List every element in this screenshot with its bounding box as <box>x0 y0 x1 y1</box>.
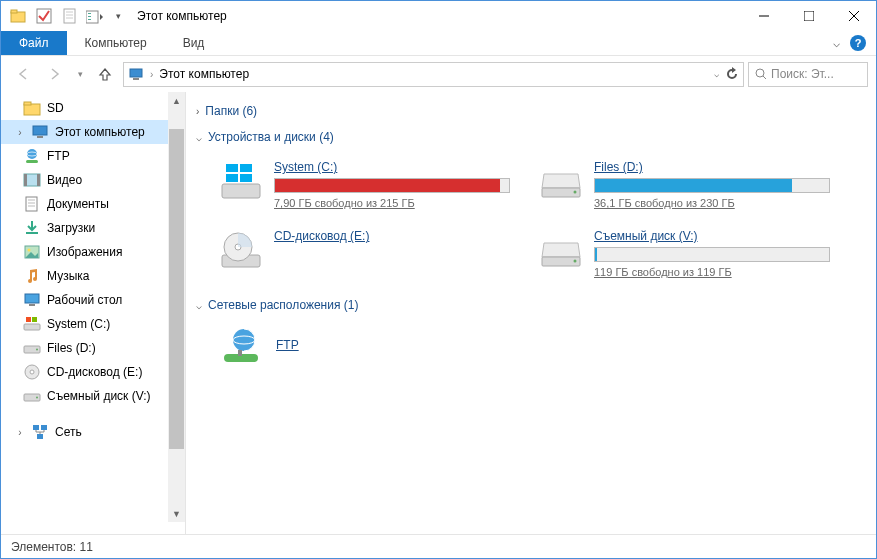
sidebar-item[interactable]: Рабочий стол <box>1 288 185 312</box>
svg-rect-19 <box>24 104 40 115</box>
svg-rect-49 <box>41 425 47 430</box>
sidebar-item[interactable]: Files (D:) <box>1 336 185 360</box>
sidebar-item[interactable]: Загрузки <box>1 216 185 240</box>
svg-rect-66 <box>238 350 242 356</box>
address-dropdown-icon[interactable]: ⌵ <box>714 69 719 79</box>
properties-icon[interactable] <box>85 5 107 27</box>
sidebar-item[interactable]: CD-дисковод (E:) <box>1 360 185 384</box>
back-button[interactable] <box>9 60 37 88</box>
svg-rect-25 <box>26 160 38 163</box>
svg-point-43 <box>36 349 38 351</box>
sidebar-item-label: CD-дисковод (E:) <box>47 365 142 379</box>
sidebar-item[interactable]: FTP <box>1 144 185 168</box>
sidebar-item-label: Изображения <box>47 245 122 259</box>
svg-rect-10 <box>88 19 91 20</box>
svg-point-62 <box>574 260 577 263</box>
svg-rect-37 <box>29 304 35 306</box>
video-icon <box>23 171 41 189</box>
ribbon-collapse-icon[interactable]: ⌵ <box>833 36 840 50</box>
scroll-down-icon[interactable]: ▼ <box>172 505 181 522</box>
sidebar-item[interactable]: Съемный диск (V:) <box>1 384 185 408</box>
images-icon <box>23 243 41 261</box>
refresh-icon[interactable] <box>725 67 739 81</box>
sidebar-item-label: System (C:) <box>47 317 110 331</box>
svg-point-23 <box>27 149 37 159</box>
address-box[interactable]: › Этот компьютер ⌵ <box>123 62 744 87</box>
search-input[interactable]: Поиск: Эт... <box>748 62 868 87</box>
forward-button[interactable] <box>41 60 69 88</box>
docs-icon <box>23 195 41 213</box>
svg-point-45 <box>30 370 34 374</box>
svg-rect-20 <box>24 102 31 105</box>
network-item[interactable]: FTP <box>220 324 866 366</box>
doc-icon[interactable] <box>59 5 81 27</box>
up-button[interactable] <box>91 60 119 88</box>
search-placeholder: Поиск: Эт... <box>771 67 834 81</box>
drive-item[interactable]: CD-дисковод (E:) <box>220 229 510 278</box>
sidebar-item-label: Сеть <box>55 425 82 439</box>
sidebar-item-label: Документы <box>47 197 109 211</box>
svg-rect-3 <box>64 9 75 23</box>
group-label: Папки (6) <box>205 104 257 118</box>
svg-rect-15 <box>130 69 142 77</box>
drive-name: Съемный диск (V:) <box>594 229 830 243</box>
group-label: Сетевые расположения (1) <box>208 298 358 312</box>
sidebar-item[interactable]: ›Этот компьютер <box>1 120 185 144</box>
sidebar-item[interactable]: Документы <box>1 192 185 216</box>
main-pane: › Папки (6) ⌵ Устройства и диски (4) Sys… <box>186 92 876 534</box>
group-header-network[interactable]: ⌵ Сетевые расположения (1) <box>196 292 866 318</box>
svg-rect-29 <box>26 197 37 211</box>
address-bar: ▾ › Этот компьютер ⌵ Поиск: Эт... <box>1 56 876 92</box>
svg-point-47 <box>36 397 38 399</box>
recent-dropdown-icon[interactable]: ▾ <box>73 60 87 88</box>
sidebar-item[interactable]: Изображения <box>1 240 185 264</box>
expand-icon[interactable]: › <box>15 427 25 438</box>
sidebar-item[interactable]: Видео <box>1 168 185 192</box>
sidebar-item[interactable]: ›Сеть <box>1 420 185 444</box>
svg-rect-33 <box>26 232 38 234</box>
cd-icon <box>23 363 41 381</box>
svg-point-35 <box>28 249 31 252</box>
expand-icon[interactable]: › <box>15 127 25 138</box>
checkbox-icon[interactable] <box>33 5 55 27</box>
svg-rect-21 <box>33 126 47 135</box>
pc-icon <box>31 123 49 141</box>
drive-item[interactable]: Съемный диск (V:)119 ГБ свободно из 119 … <box>540 229 830 278</box>
drive-item[interactable]: Files (D:)36,1 ГБ свободно из 230 ГБ <box>540 160 830 209</box>
drive-icon <box>23 339 41 357</box>
svg-rect-28 <box>37 174 40 186</box>
sidebar-item[interactable]: SD <box>1 96 185 120</box>
sidebar-scrollbar[interactable]: ▲ ▼ <box>168 92 185 522</box>
network-icon <box>31 423 49 441</box>
status-text: Элементов: 11 <box>11 540 93 554</box>
drive-icon <box>23 387 41 405</box>
help-icon[interactable]: ? <box>850 35 866 51</box>
chevron-right-icon[interactable]: › <box>150 69 153 80</box>
chevron-down-icon: ⌵ <box>196 132 202 143</box>
group-header-drives[interactable]: ⌵ Устройства и диски (4) <box>196 124 866 150</box>
svg-point-17 <box>756 69 764 77</box>
window-controls <box>741 2 876 31</box>
svg-rect-54 <box>226 174 238 182</box>
qat-dropdown-icon[interactable]: ▾ <box>111 5 125 27</box>
chevron-right-icon: › <box>196 106 199 117</box>
svg-rect-27 <box>24 174 27 186</box>
minimize-button[interactable] <box>741 2 786 31</box>
close-button[interactable] <box>831 2 876 31</box>
maximize-button[interactable] <box>786 2 831 31</box>
network-locations: FTP <box>196 318 866 376</box>
breadcrumb[interactable]: Этот компьютер <box>159 67 249 81</box>
tab-file[interactable]: Файл <box>1 31 67 55</box>
tab-view[interactable]: Вид <box>165 31 223 55</box>
title-bar: ▾ Этот компьютер <box>1 1 876 31</box>
sidebar-item[interactable]: System (C:) <box>1 312 185 336</box>
svg-rect-16 <box>133 78 139 80</box>
scroll-thumb[interactable] <box>169 129 184 449</box>
scroll-up-icon[interactable]: ▲ <box>172 92 181 109</box>
sidebar-item[interactable]: Музыка <box>1 264 185 288</box>
status-bar: Элементов: 11 <box>1 534 876 558</box>
drive-usage-bar <box>594 178 830 193</box>
drive-item[interactable]: System (C:)7,90 ГБ свободно из 215 ГБ <box>220 160 510 209</box>
group-header-folders[interactable]: › Папки (6) <box>196 98 866 124</box>
tab-computer[interactable]: Компьютер <box>67 31 165 55</box>
